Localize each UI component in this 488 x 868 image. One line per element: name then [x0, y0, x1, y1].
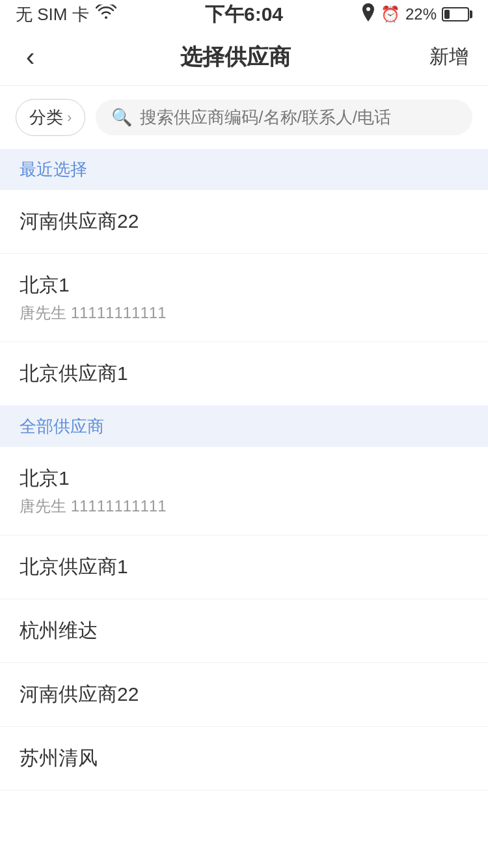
- item-name: 北京供应商1: [20, 554, 468, 580]
- recent-section-header: 最近选择: [0, 149, 488, 190]
- search-box[interactable]: 🔍: [96, 100, 472, 135]
- add-button[interactable]: 新增: [429, 44, 468, 70]
- list-item[interactable]: 杭州维达: [0, 599, 488, 663]
- battery-percentage: 22%: [405, 5, 437, 23]
- filter-bar: 分类 › 🔍: [0, 86, 488, 149]
- item-name: 河南供应商22: [20, 681, 468, 708]
- list-item[interactable]: 河南供应商22: [0, 190, 488, 254]
- status-bar: 无 SIM 卡 下午6:04 ⏰ 22%: [0, 0, 488, 29]
- item-name: 北京1: [20, 272, 468, 299]
- item-sub: 唐先生 11111111111: [20, 303, 468, 323]
- all-items-list: 北京1唐先生 11111111111北京供应商1杭州维达河南供应商22苏州清风: [0, 447, 488, 791]
- search-input[interactable]: [140, 107, 457, 128]
- list-item[interactable]: 北京1唐先生 11111111111: [0, 254, 488, 342]
- item-name: 北京供应商1: [20, 360, 468, 387]
- chevron-right-icon: ›: [67, 109, 72, 126]
- recent-section-label: 最近选择: [20, 159, 87, 179]
- battery-icon: [442, 7, 472, 21]
- recent-items-list: 河南供应商22北京1唐先生 11111111111北京供应商1: [0, 190, 488, 406]
- category-label: 分类: [29, 106, 63, 129]
- item-name: 北京1: [20, 465, 468, 492]
- search-icon: 🔍: [111, 107, 132, 128]
- list-item[interactable]: 北京1唐先生 11111111111: [0, 447, 488, 536]
- all-section-label: 全部供应商: [20, 416, 104, 436]
- back-button[interactable]: ‹: [20, 36, 41, 78]
- list-item[interactable]: 河南供应商22: [0, 663, 488, 727]
- alarm-icon: ⏰: [381, 5, 400, 23]
- item-sub: 唐先生 11111111111: [20, 496, 468, 517]
- location-icon: [361, 3, 375, 25]
- status-left: 无 SIM 卡: [16, 3, 116, 26]
- list-item[interactable]: 苏州清风: [0, 727, 488, 791]
- status-right: ⏰ 22%: [361, 3, 472, 25]
- all-section-header: 全部供应商: [0, 406, 488, 447]
- item-name: 杭州维达: [20, 617, 468, 644]
- status-time: 下午6:04: [205, 1, 283, 28]
- page-title: 选择供应商: [180, 42, 291, 72]
- list-item[interactable]: 北京供应商1: [0, 342, 488, 406]
- nav-bar: ‹ 选择供应商 新增: [0, 29, 488, 86]
- carrier-text: 无 SIM 卡: [16, 3, 89, 26]
- category-button[interactable]: 分类 ›: [16, 99, 85, 136]
- list-item[interactable]: 北京供应商1: [0, 536, 488, 599]
- item-name: 河南供应商22: [20, 208, 468, 235]
- item-name: 苏州清风: [20, 745, 468, 772]
- wifi-icon: [96, 5, 116, 25]
